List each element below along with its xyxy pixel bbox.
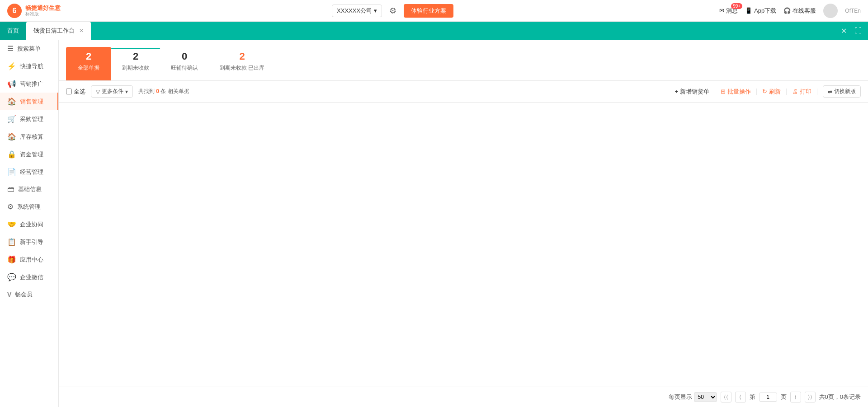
stat-tab-all[interactable]: 2 全部单据 bbox=[66, 47, 111, 80]
sidebar-item-basic-info[interactable]: 🗃 基础信息 bbox=[0, 181, 58, 198]
print-label: 打印 bbox=[800, 88, 811, 96]
purchase-label: 采购管理 bbox=[20, 115, 43, 123]
quick-nav-icon: ⚡ bbox=[7, 62, 16, 70]
nav-tab-controls: ✕ ⛶ bbox=[837, 24, 868, 37]
add-icon: + bbox=[675, 88, 678, 95]
search-menu-icon: ☰ bbox=[7, 44, 14, 53]
app-center-icon: 🎁 bbox=[7, 255, 16, 264]
basic-info-icon: 🗃 bbox=[7, 185, 14, 193]
sidebar-item-fund[interactable]: 🔒 资金管理 bbox=[0, 145, 58, 163]
batch-icon: ⊞ bbox=[721, 88, 726, 95]
sys-mgmt-label: 系统管理 bbox=[17, 203, 41, 211]
settings-button[interactable]: ⚙ bbox=[386, 4, 400, 18]
sidebar-item-quick-nav[interactable]: ⚡ 快捷导航 bbox=[0, 57, 58, 75]
stat-tab-unshipped[interactable]: 2 到期未收款 已出库 bbox=[209, 47, 275, 80]
sales-icon: 🏠 bbox=[7, 97, 16, 106]
dropdown-arrow-icon: ▾ bbox=[374, 7, 377, 14]
sidebar-item-purchase[interactable]: 🛒 采购管理 bbox=[0, 110, 58, 128]
inventory-label: 库存核算 bbox=[20, 133, 43, 141]
main-layout: ☰ 搜索菜单 ⚡ 快捷导航 📢 营销推广 🏠 销售管理 🛒 采购管理 🏠 库存核… bbox=[0, 40, 868, 407]
sidebar-item-sales[interactable]: 🏠 销售管理 bbox=[0, 93, 58, 110]
tab-active[interactable]: 钱货日清工作台 ✕ bbox=[26, 22, 91, 40]
stat-tab-overdue[interactable]: 2 到期未收款 bbox=[111, 47, 160, 80]
online-service-label: 在线客服 bbox=[793, 7, 816, 15]
company-name: XXXXXX公司 bbox=[337, 7, 372, 15]
page-size-select-input[interactable]: 50 10 20 100 bbox=[694, 392, 717, 402]
batch-op-button[interactable]: ⊞ 批量操作 bbox=[721, 88, 751, 96]
stat-overdue-number: 2 bbox=[122, 51, 149, 62]
marketing-label: 营销推广 bbox=[20, 80, 43, 88]
checkbox-input[interactable] bbox=[66, 89, 72, 94]
newbie-icon: 📋 bbox=[7, 238, 16, 246]
switch-version-button[interactable]: ⇌ 切换新版 bbox=[823, 85, 861, 98]
message-button[interactable]: ✉ 消息 99+ bbox=[719, 7, 738, 15]
company-selector[interactable]: XXXXXX公司 ▾ bbox=[332, 5, 382, 17]
page-first-button[interactable]: ⟨⟨ bbox=[721, 392, 731, 402]
online-service-button[interactable]: 🎧 在线客服 bbox=[783, 7, 816, 15]
avatar[interactable] bbox=[823, 4, 838, 18]
stat-unshipped-label: 到期未收款 已出库 bbox=[220, 64, 264, 72]
header-center: XXXXXX公司 ▾ ⚙ 体验行业方案 bbox=[332, 4, 453, 18]
refresh-button[interactable]: ↻ 刷新 bbox=[762, 88, 781, 96]
corp-weixin-label: 企业微信 bbox=[20, 273, 43, 281]
sidebar-item-corp-weixin[interactable]: 💬 企业微信 bbox=[0, 268, 58, 286]
stat-all-number: 2 bbox=[77, 51, 100, 62]
divider2 bbox=[756, 89, 757, 95]
page-number-input[interactable] bbox=[759, 393, 777, 402]
logo-icon: 6 bbox=[7, 4, 22, 18]
top-header: 6 畅捷通好生意 标准版 XXXXXX公司 ▾ ⚙ 体验行业方案 ✉ 消息 99… bbox=[0, 0, 868, 22]
found-text: 共找到 0 条 相关单据 bbox=[138, 88, 189, 95]
divider4 bbox=[817, 89, 817, 95]
inventory-icon: 🏠 bbox=[7, 132, 16, 141]
sidebar-item-marketing[interactable]: 📢 营销推广 bbox=[0, 75, 58, 93]
sidebar-item-newbie[interactable]: 📋 新手引导 bbox=[0, 233, 58, 251]
divider3 bbox=[786, 89, 787, 95]
sidebar-item-app-center[interactable]: 🎁 应用中心 bbox=[0, 251, 58, 268]
stat-unshipped-number: 2 bbox=[220, 51, 264, 62]
refresh-label: 刷新 bbox=[769, 88, 781, 96]
tab-close-window-icon[interactable]: ✕ bbox=[837, 24, 850, 37]
select-all-checkbox[interactable]: 全选 bbox=[66, 88, 85, 96]
tab-close-icon[interactable]: ✕ bbox=[79, 28, 84, 34]
search-menu-label: 搜索菜单 bbox=[17, 45, 41, 53]
add-order-button[interactable]: + 新增销货单 bbox=[675, 88, 709, 96]
fund-label: 资金管理 bbox=[20, 150, 43, 159]
sidebar-item-sys-mgmt[interactable]: ⚙ 系统管理 bbox=[0, 198, 58, 215]
sidebar-item-search-menu[interactable]: ☰ 搜索菜单 bbox=[0, 40, 58, 57]
divider1 bbox=[715, 89, 715, 95]
vip-label: 畅会员 bbox=[15, 290, 33, 299]
sidebar-item-corp-collab[interactable]: 🤝 企业协同 bbox=[0, 215, 58, 233]
filter-dropdown-icon: ▾ bbox=[125, 89, 128, 95]
page-size-label: 每页显示 bbox=[669, 393, 692, 401]
app-download-button[interactable]: 📱 App下载 bbox=[745, 7, 776, 15]
ops-icon: 📄 bbox=[7, 168, 16, 176]
print-icon: 🖨 bbox=[792, 88, 798, 95]
stat-overdue-label: 到期未收款 bbox=[122, 64, 149, 72]
experience-button[interactable]: 体验行业方案 bbox=[404, 4, 453, 18]
toolbar: 全选 ▽ 更多条件 ▾ 共找到 0 条 相关单据 + 新增销货单 bbox=[59, 81, 868, 103]
page-next-button[interactable]: ⟩ bbox=[790, 392, 801, 402]
tab-home[interactable]: 首页 bbox=[0, 22, 26, 40]
select-all-label: 全选 bbox=[74, 88, 85, 96]
page-prev-button[interactable]: ⟨ bbox=[735, 392, 746, 402]
print-button[interactable]: 🖨 打印 bbox=[792, 88, 811, 96]
logo-text: 畅捷通好生意 标准版 bbox=[25, 5, 61, 17]
tab-maximize-icon[interactable]: ⛶ bbox=[852, 24, 864, 37]
sidebar-item-inventory[interactable]: 🏠 库存核算 bbox=[0, 128, 58, 145]
table-area bbox=[59, 103, 868, 387]
page-last-button[interactable]: ⟩⟩ bbox=[805, 392, 816, 402]
stat-tab-pending[interactable]: 0 旺辅待确认 bbox=[160, 47, 209, 80]
sidebar: ☰ 搜索菜单 ⚡ 快捷导航 📢 营销推广 🏠 销售管理 🛒 采购管理 🏠 库存核… bbox=[0, 40, 59, 407]
filter-button[interactable]: ▽ 更多条件 ▾ bbox=[91, 85, 133, 98]
sidebar-item-ops[interactable]: 📄 经营管理 bbox=[0, 163, 58, 181]
stat-pending-label: 旺辅待确认 bbox=[171, 64, 198, 72]
sidebar-item-vip[interactable]: V 畅会员 bbox=[0, 286, 58, 303]
vip-icon: V bbox=[7, 291, 11, 298]
filter-icon: ▽ bbox=[96, 89, 100, 95]
found-suffix: 条 相关单据 bbox=[160, 88, 189, 94]
pagination: 每页显示 50 10 20 100 ⟨⟨ ⟨ 第 页 ⟩ ⟩⟩ 共0页，0条记录 bbox=[59, 387, 868, 407]
basic-info-label: 基础信息 bbox=[18, 185, 42, 193]
total-text: 共0页，0条记录 bbox=[819, 393, 861, 401]
app-download-label: App下载 bbox=[754, 7, 776, 15]
ops-label: 经营管理 bbox=[20, 168, 43, 176]
